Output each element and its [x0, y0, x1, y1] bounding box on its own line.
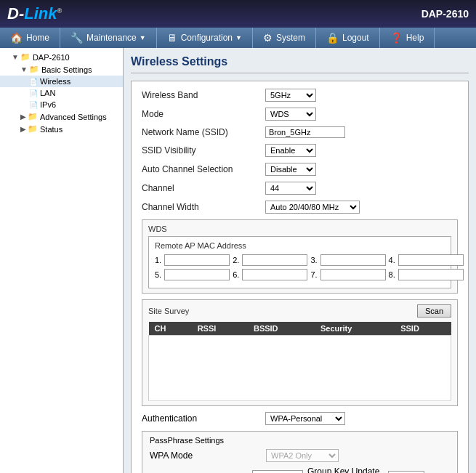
logout-icon: 🔒	[326, 32, 339, 44]
page-icon: 📄	[29, 78, 38, 86]
site-survey-title: Site Survey	[148, 307, 189, 315]
help-icon: ❓	[390, 32, 403, 44]
nav-home[interactable]: 🏠 Home	[0, 28, 60, 48]
channel-width-select[interactable]: Auto 20/40/80 MHz 20 MHz 40 MHz	[265, 201, 360, 214]
mac-input-7[interactable]	[320, 269, 386, 280]
system-icon: ⚙	[263, 32, 273, 44]
sidebar-item-status[interactable]: ▶ 📁 Status	[0, 123, 123, 135]
mac-row-1: 1. 2. 3. 4.	[155, 254, 445, 266]
nav-help[interactable]: ❓ Help	[380, 28, 435, 48]
mode-control: WDS AP	[265, 108, 316, 121]
wrench-icon: 🔧	[70, 32, 83, 44]
sidebar: ▼ 📁 DAP-2610 ▼ 📁 Basic Settings 📄 Wirele…	[0, 48, 124, 473]
sidebar-item-ipv6[interactable]: 📄 IPv6	[0, 99, 123, 110]
sidebar-item-lan[interactable]: 📄 LAN	[0, 87, 123, 99]
ssid-visibility-row: SSID Visibility Enable Disable	[142, 144, 458, 157]
remote-ap-box: Remote AP MAC Address 1. 2. 3. 4. 5.	[148, 236, 451, 288]
channel-width-label: Channel Width	[142, 202, 265, 212]
mac-input-1[interactable]	[164, 254, 230, 266]
col-bssid: BSSID	[248, 322, 315, 336]
remote-ap-title: Remote AP MAC Address	[155, 241, 445, 250]
auth-control: WPA-Personal WPA-Enterprise Open	[265, 412, 345, 425]
site-survey-table: CH RSSI BSSID Security SSID	[148, 322, 451, 401]
channel-width-row: Channel Width Auto 20/40/80 MHz 20 MHz 4…	[142, 201, 458, 214]
expand-icon4: ▶	[20, 125, 26, 133]
wpa-mode-row: WPA Mode WPA2 Only	[150, 449, 450, 462]
model-label: DAP-2610	[421, 8, 469, 20]
wireless-band-select[interactable]: 5GHz 2.4GHz	[265, 89, 316, 102]
auth-row: Authentication WPA-Personal WPA-Enterpri…	[142, 412, 458, 425]
page-title: Wireless Settings	[131, 55, 469, 73]
content-area: Wireless Settings Wireless Band 5GHz 2.4…	[124, 48, 476, 473]
mac-label-1: 1.	[155, 256, 161, 264]
mode-select[interactable]: WDS AP	[265, 108, 316, 121]
settings-form: Wireless Band 5GHz 2.4GHz Mode WDS AP	[131, 81, 469, 473]
sidebar-item-wireless[interactable]: 📄 Wireless	[0, 76, 123, 87]
nav-configuration[interactable]: 🖥 Configuration ▼	[157, 28, 253, 48]
auto-channel-label: Auto Channel Selection	[142, 164, 265, 174]
nav-system[interactable]: ⚙ System	[253, 28, 316, 48]
auto-channel-control: Disable Enable	[265, 163, 316, 176]
mac-label-5: 5.	[155, 270, 161, 279]
mode-label: Mode	[142, 109, 265, 119]
cipher-select[interactable]: AES TKIP	[252, 470, 303, 473]
wpa-mode-select[interactable]: WPA2 Only	[266, 449, 339, 462]
cipher-group: AES TKIP Group Key Update Interval (Sec)	[252, 466, 450, 473]
sidebar-item-basic-settings[interactable]: ▼ 📁 Basic Settings	[0, 63, 123, 76]
folder-icon4: 📁	[28, 124, 38, 134]
auto-channel-select[interactable]: Disable Enable	[265, 163, 316, 176]
mac-input-6[interactable]	[242, 269, 307, 280]
scan-button[interactable]: Scan	[417, 304, 451, 318]
chevron-down-icon2: ▼	[235, 34, 242, 41]
mac-label-2: 2.	[233, 256, 239, 264]
nav-logout[interactable]: 🔒 Logout	[316, 28, 380, 48]
nav-maintenance[interactable]: 🔧 Maintenance ▼	[60, 28, 157, 48]
channel-control: 44 36 40 48	[265, 182, 316, 195]
passphrase-section: PassPhrase Settings WPA Mode WPA2 Only C…	[142, 431, 458, 473]
mac-label-6: 6.	[233, 270, 239, 279]
logo: D-Link®	[7, 4, 62, 23]
mac-label-3: 3.	[310, 256, 317, 264]
mac-input-3[interactable]	[320, 254, 386, 266]
auto-channel-row: Auto Channel Selection Disable Enable	[142, 163, 458, 176]
group-key-label: Group Key Update Interval	[307, 466, 384, 473]
page-icon2: 📄	[29, 89, 38, 97]
mac-input-8[interactable]	[398, 269, 464, 280]
auth-label: Authentication	[142, 413, 265, 424]
config-icon: 🖥	[167, 32, 177, 44]
channel-select[interactable]: 44 36 40 48	[265, 182, 316, 195]
channel-width-control: Auto 20/40/80 MHz 20 MHz 40 MHz	[265, 201, 360, 214]
page-icon3: 📄	[29, 101, 38, 109]
folder-icon3: 📁	[28, 112, 38, 121]
col-rssi: RSSI	[192, 322, 248, 336]
mac-input-2[interactable]	[242, 254, 307, 266]
col-security: Security	[315, 322, 395, 336]
wireless-band-label: Wireless Band	[142, 90, 265, 100]
expand-icon: ▼	[12, 53, 19, 61]
sidebar-item-dap2610[interactable]: ▼ 📁 DAP-2610	[0, 51, 123, 63]
mac-input-5[interactable]	[164, 269, 230, 280]
mac-label-4: 4.	[389, 256, 395, 264]
home-icon: 🏠	[10, 32, 23, 44]
ssid-label: Network Name (SSID)	[142, 127, 265, 137]
wireless-band-control: 5GHz 2.4GHz	[265, 89, 316, 102]
expand-icon2: ▼	[20, 65, 28, 73]
auth-select[interactable]: WPA-Personal WPA-Enterprise Open	[265, 412, 345, 425]
col-ssid: SSID	[395, 322, 451, 336]
survey-empty-row	[149, 336, 451, 401]
mac-label-8: 8.	[389, 270, 395, 279]
passphrase-title: PassPhrase Settings	[150, 436, 450, 445]
chevron-down-icon: ▼	[140, 34, 146, 41]
channel-label: Channel	[142, 183, 265, 193]
wds-title: WDS	[148, 225, 451, 233]
site-survey-section: Site Survey Scan CH RSSI BSSID Security …	[142, 299, 458, 406]
mac-label-7: 7.	[310, 270, 317, 279]
ssid-input[interactable]	[265, 126, 345, 138]
mac-input-4[interactable]	[398, 254, 464, 266]
wireless-band-row: Wireless Band 5GHz 2.4GHz	[142, 89, 458, 102]
ssid-visibility-label: SSID Visibility	[142, 145, 265, 155]
folder-icon2: 📁	[29, 65, 39, 74]
ssid-visibility-select[interactable]: Enable Disable	[265, 144, 316, 157]
mac-row-2: 5. 6. 7. 8.	[155, 269, 445, 280]
sidebar-item-advanced-settings[interactable]: ▶ 📁 Advanced Settings	[0, 110, 123, 123]
